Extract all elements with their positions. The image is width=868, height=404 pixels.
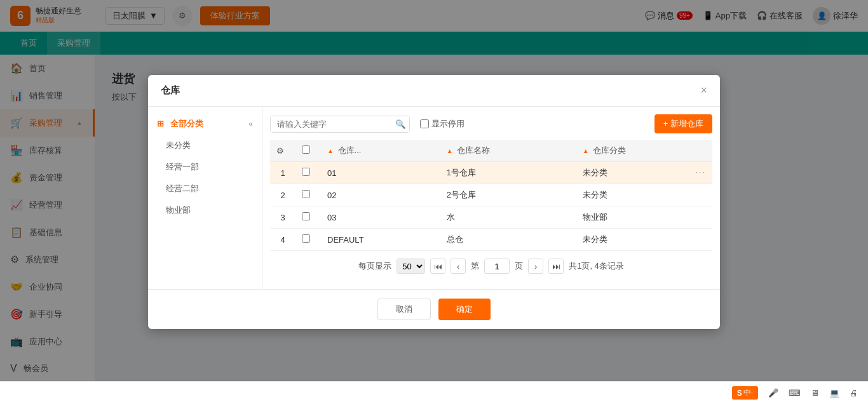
total-records: 共1页, 4条记录 — [569, 260, 624, 272]
col-name-header: ▲ 仓库名称 — [440, 140, 576, 162]
toolbar-left: 🔍 显示停用 — [270, 116, 465, 133]
table-wrapper: ⚙ ▲ 仓库... ▲ — [270, 140, 712, 251]
page-suffix: 页 — [515, 260, 523, 272]
modal-overlay: 仓库 × ⊞ 全部分类 « 未分类 经营一部 — [0, 0, 868, 404]
table-row[interactable]: 1 01 1号仓库 未分类 ··· — [270, 162, 712, 184]
modal-close-button[interactable]: × — [700, 84, 707, 97]
show-disabled-checkbox[interactable] — [420, 119, 429, 128]
collapse-button[interactable]: « — [248, 119, 253, 128]
search-box: 🔍 — [270, 116, 410, 133]
row-num-3: 3 — [270, 206, 295, 229]
sort-icon-cat: ▲ — [583, 147, 589, 154]
row-num-1: 1 — [270, 162, 295, 184]
next-page-button[interactable]: › — [528, 259, 543, 274]
show-disabled-text: 显示停用 — [431, 118, 465, 130]
row-name-1: 1号仓库 — [440, 162, 576, 184]
row-check-2[interactable] — [295, 184, 321, 206]
warehouse-table: ⚙ ▲ 仓库... ▲ — [270, 140, 712, 251]
search-button[interactable]: 🔍 — [390, 116, 410, 132]
taskbar-items: S 中· 🎤 ⌨ 🖥 💻 🖨 — [732, 386, 858, 400]
row-cat-1: 未分类 ··· — [576, 162, 712, 184]
sort-icon: ▲ — [327, 147, 334, 154]
row-code-2: 02 — [321, 184, 440, 206]
table-row[interactable]: 3 03 水 物业部 — [270, 206, 712, 229]
laptop-icon[interactable]: 💻 — [829, 388, 839, 398]
per-page-select[interactable]: 50 — [397, 259, 425, 274]
page-label: 第 — [471, 260, 479, 272]
prev-page-button[interactable]: ‹ — [451, 259, 466, 274]
s-logo: S — [737, 389, 742, 398]
select-all-checkbox[interactable] — [302, 145, 310, 154]
mic-icon[interactable]: 🎤 — [768, 388, 778, 398]
table-toolbar: 🔍 显示停用 + 新增仓库 — [270, 114, 712, 133]
add-warehouse-button[interactable]: + 新增仓库 — [654, 114, 712, 133]
row-cat-4: 未分类 — [576, 229, 712, 251]
taskbar: S 中· 🎤 ⌨ 🖥 💻 🖨 — [0, 381, 868, 404]
settings-icon: ⚙ — [276, 146, 284, 156]
first-page-button[interactable]: ⏮ — [430, 259, 445, 274]
row-check-4[interactable] — [295, 229, 321, 251]
printer-icon[interactable]: 🖨 — [850, 388, 858, 398]
modal-body: ⊞ 全部分类 « 未分类 经营一部 经营二部 物业部 — [148, 107, 720, 289]
all-category-label: 全部分类 — [170, 119, 203, 128]
pagination: 每页显示 50 ⏮ ‹ 第 页 › ⏭ 共1页, 4条记录 — [270, 251, 712, 281]
row-name-3: 水 — [440, 206, 576, 229]
modal-title: 仓库 — [161, 84, 180, 97]
sort-icon-name: ▲ — [447, 147, 453, 154]
category-item-ops1[interactable]: 经营一部 — [148, 156, 262, 178]
modal-header: 仓库 × — [148, 75, 720, 107]
page-input[interactable] — [484, 259, 510, 274]
row-actions-1[interactable]: ··· — [695, 167, 706, 177]
col-settings: ⚙ — [270, 140, 295, 162]
table-row[interactable]: 4 DEFAULT 总仓 未分类 — [270, 229, 712, 251]
row-check-3[interactable] — [295, 206, 321, 229]
search-input[interactable] — [271, 116, 390, 132]
confirm-button[interactable]: 确定 — [438, 299, 491, 320]
row-check-1[interactable] — [295, 162, 321, 184]
table-header-row: ⚙ ▲ 仓库... ▲ — [270, 140, 712, 162]
taskbar-lang-btn[interactable]: S 中· — [732, 386, 758, 400]
row-name-2: 2号仓库 — [440, 184, 576, 206]
monitor-icon[interactable]: 🖥 — [811, 388, 819, 398]
modal-footer: 取消 确定 — [148, 289, 720, 329]
table-head: ⚙ ▲ 仓库... ▲ — [270, 140, 712, 162]
warehouse-modal: 仓库 × ⊞ 全部分类 « 未分类 经营一部 — [148, 75, 720, 329]
per-page-label: 每页显示 — [358, 260, 391, 272]
row-cat-3: 物业部 — [576, 206, 712, 229]
row-cat-2: 未分类 — [576, 184, 712, 206]
last-page-button[interactable]: ⏭ — [548, 259, 564, 274]
category-item-property[interactable]: 物业部 — [148, 199, 262, 221]
row-num-2: 2 — [270, 184, 295, 206]
category-item-ops2[interactable]: 经营二部 — [148, 178, 262, 199]
col-checkbox — [295, 140, 321, 162]
col-code-header: ▲ 仓库... — [321, 140, 440, 162]
row-code-3: 03 — [321, 206, 440, 229]
table-row[interactable]: 2 02 2号仓库 未分类 — [270, 184, 712, 206]
show-disabled-label[interactable]: 显示停用 — [420, 118, 465, 130]
row-num-4: 4 — [270, 229, 295, 251]
lang-label: 中· — [743, 387, 753, 398]
row-code-4: DEFAULT — [321, 229, 440, 251]
row-name-4: 总仓 — [440, 229, 576, 251]
keyboard-icon[interactable]: ⌨ — [789, 388, 801, 398]
row-code-1: 01 — [321, 162, 440, 184]
category-panel: ⊞ 全部分类 « 未分类 经营一部 经营二部 物业部 — [148, 107, 262, 289]
table-body: 1 01 1号仓库 未分类 ··· 2 — [270, 162, 712, 251]
category-item-uncategorized[interactable]: 未分类 — [148, 135, 262, 156]
table-panel: 🔍 显示停用 + 新增仓库 — [262, 107, 720, 289]
all-category-header[interactable]: ⊞ 全部分类 « — [148, 113, 262, 135]
col-category-header: ▲ 仓库分类 — [576, 140, 712, 162]
grid-icon: ⊞ — [157, 119, 164, 128]
cancel-button[interactable]: 取消 — [377, 299, 431, 320]
